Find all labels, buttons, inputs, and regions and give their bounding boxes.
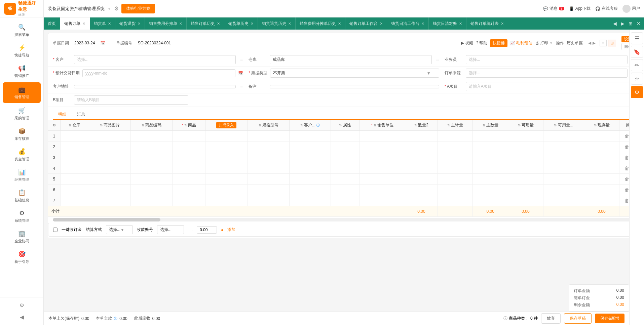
- payment-amount[interactable]: 0.00: [197, 226, 217, 234]
- curr-debt-info-icon[interactable]: ⓘ: [114, 316, 117, 321]
- panel-btn-note[interactable]: ✏: [631, 59, 643, 71]
- tab-prev-btn[interactable]: ◀: [612, 20, 618, 27]
- cell-stock-2[interactable]: [584, 141, 619, 152]
- tab-return-close[interactable]: ✕: [138, 22, 141, 26]
- cell-warehouse-6[interactable]: [60, 185, 89, 195]
- remark-input[interactable]: [270, 85, 439, 88]
- cell-available-1[interactable]: [508, 131, 543, 141]
- tab-return-history-close[interactable]: ✕: [288, 22, 291, 26]
- prev-record-btn[interactable]: ◀: [588, 41, 591, 45]
- cell-customer-7[interactable]: [290, 195, 331, 206]
- cell-product-4[interactable]: [173, 163, 205, 174]
- tab-return-history[interactable]: 销货退货历史 ✕: [258, 17, 296, 30]
- cell-spec-7[interactable]: [248, 195, 289, 206]
- shortcut-btn[interactable]: 快捷键: [490, 39, 507, 47]
- customer-address-more-btn[interactable]: ···: [240, 84, 243, 89]
- cell-stock-5[interactable]: [584, 174, 619, 185]
- cell-attribute-4[interactable]: [331, 163, 359, 174]
- cell-available-4[interactable]: [508, 163, 543, 174]
- cell-qty2-4[interactable]: [405, 163, 438, 174]
- save-draft-btn[interactable]: 保存草稿: [564, 313, 592, 324]
- cell-product-1[interactable]: [173, 131, 205, 141]
- tab-workbench-close[interactable]: ✕: [380, 22, 383, 26]
- tab-stats[interactable]: 销售订单统计表 ✕: [466, 17, 508, 30]
- order-source-input[interactable]: 选择...: [466, 69, 628, 78]
- cell-main-qty-4[interactable]: [473, 163, 508, 174]
- cell-product-2[interactable]: [173, 141, 205, 152]
- online-support-btn[interactable]: 🎧 在线客服: [595, 6, 618, 11]
- cell-available-5[interactable]: [508, 174, 543, 185]
- sidebar-item-quick-nav[interactable]: ⚡ 快捷导航: [0, 41, 43, 61]
- cell-spec-5[interactable]: [248, 174, 289, 185]
- cell-sales-unit-6[interactable]: [359, 185, 405, 195]
- delete-row-5-btn[interactable]: 🗑: [624, 176, 629, 182]
- cell-available2-6[interactable]: [543, 185, 584, 195]
- calendar-icon[interactable]: 📅: [100, 41, 105, 45]
- list-view-btn[interactable]: ≡: [600, 40, 607, 46]
- cell-qty2-2[interactable]: [405, 141, 438, 152]
- cell-qty2-7[interactable]: [405, 195, 438, 206]
- tab-summary[interactable]: 汇总: [72, 110, 90, 120]
- tab-sales-slip[interactable]: 销货单 ✕: [90, 17, 115, 30]
- print-btn[interactable]: 🖨 打印 ▼: [535, 40, 553, 46]
- warehouse-input[interactable]: 成品库: [270, 55, 431, 64]
- customer-address-input[interactable]: [74, 85, 236, 88]
- cell-available2-4[interactable]: [543, 163, 584, 174]
- cell-spec-2[interactable]: [248, 141, 289, 152]
- cell-attribute-5[interactable]: [331, 174, 359, 185]
- video-btn[interactable]: ▶ 视频: [461, 40, 473, 46]
- history-btn[interactable]: 历史单据: [567, 40, 583, 46]
- cell-warehouse-7[interactable]: [60, 195, 89, 206]
- user-btn[interactable]: 用户: [622, 5, 640, 13]
- cell-main-unit-7[interactable]: [438, 195, 473, 206]
- warehouse-more-btn[interactable]: ···: [436, 57, 439, 62]
- delete-row-3-btn[interactable]: 🗑: [624, 155, 629, 160]
- cell-stock-1[interactable]: [584, 131, 619, 141]
- cell-product-7[interactable]: [173, 195, 205, 206]
- cell-main-qty-1[interactable]: [473, 131, 508, 141]
- cell-main-qty-2[interactable]: [473, 141, 508, 152]
- tab-order-history[interactable]: 销售订单历史 ✕: [187, 17, 224, 30]
- tab-close-all-btn[interactable]: ✕: [635, 20, 642, 27]
- tab-reconcile-close[interactable]: ✕: [459, 22, 462, 26]
- sidebar-item-guide[interactable]: 🎯 新手引导: [0, 247, 43, 268]
- cell-product-code-4[interactable]: [131, 163, 173, 174]
- cell-product-5[interactable]: [173, 174, 205, 185]
- cell-customer-4[interactable]: [290, 163, 331, 174]
- scrollbar-thumb[interactable]: [53, 218, 160, 221]
- help-btn[interactable]: ? 帮助: [476, 40, 487, 46]
- cell-warehouse-5[interactable]: [60, 174, 89, 185]
- add-payment-btn[interactable]: 添加: [227, 227, 235, 233]
- tab-next-btn[interactable]: ▶: [619, 20, 626, 27]
- cell-available-6[interactable]: [508, 185, 543, 195]
- sidebar-item-sales[interactable]: 💼 销售管理: [3, 82, 41, 103]
- tab-expense-split[interactable]: 销售费用分摊单 ✕: [145, 17, 187, 30]
- cell-product-code-7[interactable]: [131, 195, 173, 206]
- product-count-icon[interactable]: ⓘ: [503, 316, 507, 321]
- a-project-input[interactable]: 请输入A项目: [466, 82, 635, 91]
- cell-customer-2[interactable]: [290, 141, 331, 152]
- dropdown-arrow[interactable]: ▼: [107, 6, 111, 11]
- cell-product-code-2[interactable]: [131, 141, 173, 152]
- cell-warehouse-1[interactable]: [60, 131, 89, 141]
- b-project-input[interactable]: 请输入B项目: [74, 95, 188, 105]
- invoice-type-select[interactable]: 不开票 ▼: [270, 69, 439, 78]
- cell-main-unit-6[interactable]: [438, 185, 473, 195]
- sidebar-item-search[interactable]: 🔍 搜索菜单: [0, 20, 43, 41]
- tab-expense-history-close[interactable]: ✕: [338, 22, 341, 26]
- tab-return[interactable]: 销货退货 ✕: [115, 17, 145, 30]
- form-view-btn[interactable]: ⊞: [608, 40, 616, 46]
- sidebar-settings-btn[interactable]: ⚙: [18, 301, 26, 310]
- sidebar-item-finance[interactable]: 💰 资金管理: [0, 145, 43, 165]
- cell-spec-1[interactable]: [248, 131, 289, 141]
- cell-available2-1[interactable]: [543, 131, 584, 141]
- industry-btn[interactable]: 体验行业方案: [121, 4, 155, 13]
- tab-expense-split-close[interactable]: ✕: [179, 22, 182, 26]
- next-record-btn[interactable]: ▶: [593, 41, 596, 45]
- quickpay-checkbox[interactable]: [53, 228, 58, 232]
- cell-stock-3[interactable]: [584, 152, 619, 163]
- cell-customer-3[interactable]: [290, 152, 331, 163]
- tab-slip-history-close[interactable]: ✕: [251, 22, 254, 26]
- payment-method-select[interactable]: 选择... ▼: [106, 225, 133, 234]
- th-gear[interactable]: ⚙: [48, 120, 60, 131]
